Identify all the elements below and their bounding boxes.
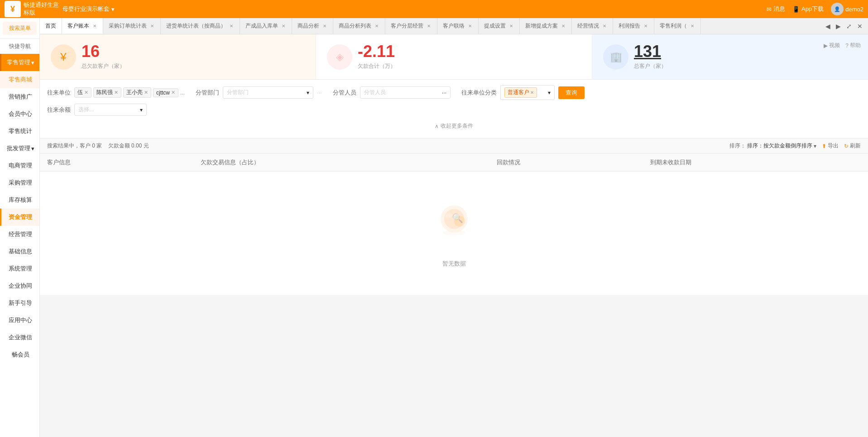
sidebar-item-operations[interactable]: 经营管理 <box>0 226 39 243</box>
tab-close-goods-list[interactable]: ✕ <box>374 23 379 29</box>
sidebar-item-retail[interactable]: 零售管理 ▾ <box>0 54 39 71</box>
content-area: 首页 客户账本 ✕ 采购订单统计表 ✕ 进货单统计表（按商品） ✕ 产成品入库单… <box>40 18 868 437</box>
play-icon: ▶ <box>824 43 828 49</box>
video-btn[interactable]: ▶ 视频 <box>824 42 840 49</box>
sidebar-item-basic[interactable]: 基础信息 <box>0 243 39 260</box>
sidebar-item-app-center[interactable]: 应用中心 <box>0 312 39 329</box>
tag-wang-close[interactable]: ✕ <box>144 90 148 95</box>
sidebar-item-marketing[interactable]: 营销推广 <box>0 88 39 105</box>
category-select[interactable]: 普通客户 ✕ ▾ <box>500 85 555 100</box>
tab-close-customer-tier[interactable]: ✕ <box>426 23 432 29</box>
chevron-down-icon: ▾ <box>307 90 309 96</box>
sidebar-item-vip-member[interactable]: 畅会员 <box>0 346 39 363</box>
sidebar-item-retail-stats[interactable]: 零售统计 <box>0 123 39 140</box>
tab-maximize-btn[interactable]: ⤢ <box>844 22 854 31</box>
tab-prev-btn[interactable]: ◀ <box>824 22 832 31</box>
sidebar-item-enterprise-coop[interactable]: 企业协同 <box>0 277 39 294</box>
tag-cjttcw-text: cjttcw <box>156 90 170 96</box>
stats-section: ¥ 16 总欠款客户（家） ◈ <box>40 34 868 80</box>
sidebar-item-finance[interactable]: 资金管理 <box>0 209 39 226</box>
accounts-label: 客户账本 <box>67 22 89 30</box>
refresh-btn[interactable]: ↻ 刷新 <box>844 142 861 150</box>
profit-report-label: 利润报告 <box>619 22 640 30</box>
tag-chen-close[interactable]: ✕ <box>114 90 118 95</box>
sidebar-item-purchase[interactable]: 采购管理 <box>0 174 39 191</box>
tab-goods-analysis[interactable]: 商品分析 ✕ <box>292 18 333 34</box>
sidebar-item-member[interactable]: 会员中心 <box>0 105 39 123</box>
tab-close-new-promo[interactable]: ✕ <box>561 23 566 29</box>
sidebar-item-retail-mall[interactable]: 零售商城 <box>0 71 39 88</box>
sidebar-item-new-guide[interactable]: 新手引导 <box>0 294 39 312</box>
sidebar-vip-member-label: 畅会员 <box>12 351 29 358</box>
unit-tag-chen[interactable]: 陈民强 ✕ <box>93 87 121 98</box>
sidebar-item-inventory[interactable]: 库存核算 <box>0 191 39 209</box>
tab-close-retail-profit[interactable]: ✕ <box>690 23 695 29</box>
logo-area: ¥ 畅捷通好生意 标版 <box>5 1 59 17</box>
mobile-icon: 📱 <box>792 6 800 13</box>
tab-new-promo[interactable]: 新增提成方案 ✕ <box>520 18 572 34</box>
sidebar-item-ecommerce[interactable]: 电商管理 <box>0 157 39 174</box>
tab-promo-settings[interactable]: 提成设置 ✕ <box>479 18 520 34</box>
export-btn[interactable]: ⬆ 导出 <box>822 142 839 150</box>
tab-close-production[interactable]: ✕ <box>281 23 286 29</box>
tab-close-customer-contact[interactable]: ✕ <box>467 23 473 29</box>
user-menu[interactable]: 👤 demo2 <box>831 3 863 15</box>
sort-select[interactable]: 排序： 排序：按欠款金额倒序排序 ▾ <box>729 142 816 150</box>
sidebar-marketing-label: 营销推广 <box>9 93 32 100</box>
dept-select[interactable]: 分管部门 ▾ <box>223 86 313 99</box>
search-menu-btn[interactable]: 搜索菜单 <box>3 22 37 35</box>
sidebar-operations-label: 经营管理 <box>9 231 32 238</box>
balance-select[interactable]: 选择... ▾ <box>74 104 147 116</box>
unit-tag-wu[interactable]: 伍 ✕ <box>74 87 91 98</box>
logo-icon: ¥ <box>5 1 21 17</box>
manager-placeholder: 分管人员 <box>364 89 440 96</box>
tab-business-status[interactable]: 经营情况 ✕ <box>572 18 613 34</box>
tag-wu-close[interactable]: ✕ <box>84 90 88 95</box>
tab-profit-report[interactable]: 利润报告 ✕ <box>613 18 654 34</box>
tab-close-accounts[interactable]: ✕ <box>92 23 97 29</box>
tab-close-all-btn[interactable]: ✕ <box>855 22 864 31</box>
message-btn[interactable]: ✉ 消息 <box>767 5 785 13</box>
tab-retail-profit[interactable]: 零售利润（ ✕ <box>654 18 701 34</box>
app-download-btn[interactable]: 📱 App下载 <box>792 5 824 13</box>
stat-card-credit-total: ◈ -2.11 欠款合计（万） <box>316 34 592 79</box>
unit-more-btn[interactable]: ... <box>180 90 185 96</box>
help-btn[interactable]: ? 帮助 <box>845 42 861 49</box>
stat-bg-circle-orange: ¥ <box>51 44 76 70</box>
tab-purchase-orders[interactable]: 采购订单统计表 ✕ <box>103 18 161 34</box>
empty-illustration: 🔍 <box>432 199 477 252</box>
collapse-btn[interactable]: ∧ 收起更多条件 <box>47 119 861 133</box>
tab-close-purchase-stats[interactable]: ✕ <box>229 23 234 29</box>
account-dropdown[interactable]: 母婴行业演示帐套 ▾ <box>62 5 115 13</box>
tab-customer-contact[interactable]: 客户联络 ✕ <box>437 18 479 34</box>
tab-production[interactable]: 产成品入库单 ✕ <box>240 18 292 34</box>
tab-close-profit[interactable]: ✕ <box>643 23 648 29</box>
tag-cjttcw-close[interactable]: ✕ <box>171 90 175 95</box>
category-tag-normal[interactable]: 普通客户 ✕ <box>504 87 537 98</box>
tab-close-promo[interactable]: ✕ <box>508 23 514 29</box>
tab-home[interactable]: 首页 <box>40 18 62 34</box>
tab-next-btn[interactable]: ▶ <box>834 22 843 31</box>
tab-close-goods[interactable]: ✕ <box>322 23 327 29</box>
tab-customer-tier[interactable]: 客户分层经营 ✕ <box>385 18 437 34</box>
stat-credit-total-number: -2.11 <box>358 43 396 60</box>
sidebar-item-system[interactable]: 系统管理 <box>0 260 39 277</box>
sidebar-finance-label: 资金管理 <box>9 214 32 220</box>
unit-tag-wang[interactable]: 王小亮 ✕ <box>123 87 151 98</box>
sidebar-item-enterprise-wechat[interactable]: 企业微信 <box>0 329 39 346</box>
tab-purchase-stats[interactable]: 进货单统计表（按商品） ✕ <box>161 18 240 34</box>
sidebar-item-wholesale[interactable]: 批发管理 ▾ <box>0 140 39 157</box>
query-btn[interactable]: 查询 <box>558 86 585 99</box>
sidebar-enterprise-coop-label: 企业协同 <box>9 282 32 289</box>
unit-tag-cjttcw[interactable]: cjttcw ✕ <box>153 88 178 97</box>
manager-select[interactable]: 分管人员 ··· <box>360 86 451 99</box>
tab-close-business[interactable]: ✕ <box>602 23 607 29</box>
stat-card-orange-inner: ¥ 16 总欠款客户（家） <box>51 43 125 70</box>
tab-goods-analysis-list[interactable]: 商品分析列表 ✕ <box>333 18 385 34</box>
category-tag-close[interactable]: ✕ <box>530 90 534 95</box>
table-container: 客户信息 欠款交易信息（占比） 回款情况 到期未收款日期 <box>40 154 868 295</box>
tab-accounts[interactable]: 客户账本 ✕ <box>62 18 103 34</box>
tab-close-purchase[interactable]: ✕ <box>149 23 155 29</box>
quick-nav-btn[interactable]: 快捷导航 <box>0 39 39 54</box>
category-normal-text: 普通客户 <box>508 89 529 96</box>
